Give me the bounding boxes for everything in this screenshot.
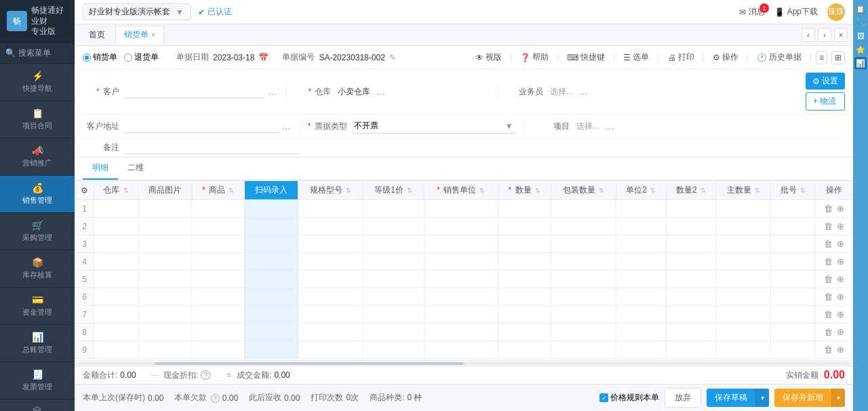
calendar-icon[interactable]: 📅 (258, 53, 269, 62)
customer-input[interactable] (123, 85, 265, 98)
company-selector[interactable]: 好业财专业版演示帐套 ▼ (83, 3, 191, 20)
copy-icon[interactable]: ⊕ (837, 309, 844, 319)
edit-no-icon[interactable]: ✎ (389, 53, 396, 62)
cell-unit2[interactable] (616, 271, 666, 288)
address-more-icon[interactable]: … (281, 121, 291, 132)
save-draft-button[interactable]: 保存草稿 (707, 389, 755, 407)
cell-image[interactable] (138, 324, 192, 341)
user-avatar[interactable]: 珠珠 (827, 3, 845, 21)
copy-icon[interactable]: ⊕ (837, 327, 844, 337)
salesperson-more-icon[interactable]: … (578, 86, 588, 97)
cell-warehouse[interactable] (94, 218, 138, 235)
cell-spec[interactable] (298, 200, 363, 218)
cell-sale-unit[interactable] (424, 253, 498, 271)
notes-input[interactable] (123, 141, 300, 154)
tab-home[interactable]: 首页 (80, 26, 114, 44)
delete-icon[interactable]: 🗑 (824, 256, 833, 267)
copy-icon[interactable]: ⊕ (837, 221, 844, 231)
cell-qty[interactable] (498, 235, 551, 253)
order-date-value[interactable]: 2023-03-18 (213, 53, 254, 62)
history-button[interactable]: 🕐 历史单据 (753, 50, 806, 64)
cell-product[interactable] (192, 341, 245, 359)
sidebar-item-purchase[interactable]: 🛒 采购管理 (0, 213, 75, 250)
cell-price1[interactable] (363, 200, 424, 218)
operate-button[interactable]: ⚙ 操作 (709, 50, 743, 64)
delete-icon[interactable]: 🗑 (824, 309, 833, 319)
cell-warehouse[interactable] (94, 235, 138, 253)
cell-spec[interactable] (298, 253, 363, 271)
cell-batch[interactable] (771, 288, 815, 306)
cell-batch[interactable] (771, 271, 815, 288)
cell-batch[interactable] (771, 235, 815, 253)
view-toggle-grid[interactable]: ⊞ (831, 51, 845, 64)
project-input[interactable]: 选择... (574, 119, 602, 134)
cell-qty2[interactable] (666, 306, 716, 324)
cell-batch[interactable] (771, 306, 815, 324)
cell-unit2[interactable] (616, 341, 666, 359)
cell-main-qty[interactable] (716, 306, 771, 324)
tab-detail[interactable]: 明细 (83, 157, 118, 180)
delete-icon[interactable]: 🗑 (824, 274, 833, 284)
tab-close-all-button[interactable]: × (834, 28, 848, 42)
cell-qty2[interactable] (666, 253, 716, 271)
cell-price1[interactable] (363, 324, 424, 341)
cell-qty[interactable] (498, 200, 551, 218)
cell-price1[interactable] (363, 288, 424, 306)
cell-sale-unit[interactable] (424, 288, 498, 306)
delete-icon[interactable]: 🗑 (824, 292, 833, 302)
cell-main-qty[interactable] (716, 218, 771, 235)
cell-batch[interactable] (771, 324, 815, 341)
cell-pack-qty[interactable] (551, 306, 616, 324)
cell-sale-unit[interactable] (424, 235, 498, 253)
th-warehouse[interactable]: 仓库 ⇅ (94, 181, 138, 200)
cell-pack-qty[interactable] (551, 235, 616, 253)
delete-icon[interactable]: 🗑 (824, 345, 833, 355)
cell-scan[interactable] (245, 271, 298, 288)
cell-spec[interactable] (298, 306, 363, 324)
cell-sale-unit[interactable] (424, 324, 498, 341)
search-menu[interactable]: 🔍 搜索菜单 (0, 43, 75, 64)
cell-price1[interactable] (363, 218, 424, 235)
cell-spec[interactable] (298, 341, 363, 359)
sidebar-item-accounting[interactable]: 📊 总账管理 (0, 325, 75, 362)
cell-spec[interactable] (298, 235, 363, 253)
view-toggle-list[interactable]: ≡ (816, 51, 827, 64)
cell-qty2[interactable] (666, 235, 716, 253)
cell-sale-unit[interactable] (424, 218, 498, 235)
cell-warehouse[interactable] (94, 200, 138, 218)
th-spec[interactable]: 规格型号 ⇅ (298, 181, 363, 200)
message-button[interactable]: ✉ 消息 1 (739, 6, 765, 18)
delete-icon[interactable]: 🗑 (824, 239, 833, 249)
sidebar-item-project[interactable]: 📋 项目合同 (0, 101, 75, 138)
th-settings[interactable]: ⚙ (75, 181, 94, 200)
cell-main-qty[interactable] (716, 253, 771, 271)
right-panel-icon-2[interactable]: 📎 (854, 16, 867, 28)
scroll-thumb[interactable] (155, 362, 464, 365)
cell-sale-unit[interactable] (424, 306, 498, 324)
cell-scan[interactable] (245, 218, 298, 235)
right-panel-icon-3[interactable]: 🖼 (854, 30, 867, 42)
cell-scan[interactable] (245, 306, 298, 324)
cell-product[interactable] (192, 324, 245, 341)
horizontal-scrollbar[interactable] (75, 360, 853, 366)
cell-batch[interactable] (771, 341, 815, 359)
th-qty[interactable]: * 数量 ⇅ (498, 181, 551, 200)
cell-spec[interactable] (298, 218, 363, 235)
cell-image[interactable] (138, 306, 192, 324)
cell-qty2[interactable] (666, 218, 716, 235)
tab-close-icon[interactable]: × (151, 31, 155, 39)
cell-pack-qty[interactable] (551, 253, 616, 271)
cell-sale-unit[interactable] (424, 271, 498, 288)
cell-unit2[interactable] (616, 306, 666, 324)
cell-image[interactable] (138, 288, 192, 306)
warehouse-more-icon[interactable]: … (376, 86, 385, 97)
address-input[interactable] (123, 120, 279, 133)
sidebar-item-tax[interactable]: 🏛 税务管理 (0, 399, 75, 411)
cell-product[interactable] (192, 306, 245, 324)
cell-pack-qty[interactable] (551, 271, 616, 288)
th-qty2[interactable]: 数量2 ⇅ (666, 181, 716, 200)
cell-scan[interactable] (245, 324, 298, 341)
shortcut-button[interactable]: ⌨ 快捷键 (563, 50, 609, 64)
cell-qty2[interactable] (666, 271, 716, 288)
delete-icon[interactable]: 🗑 (824, 203, 833, 214)
